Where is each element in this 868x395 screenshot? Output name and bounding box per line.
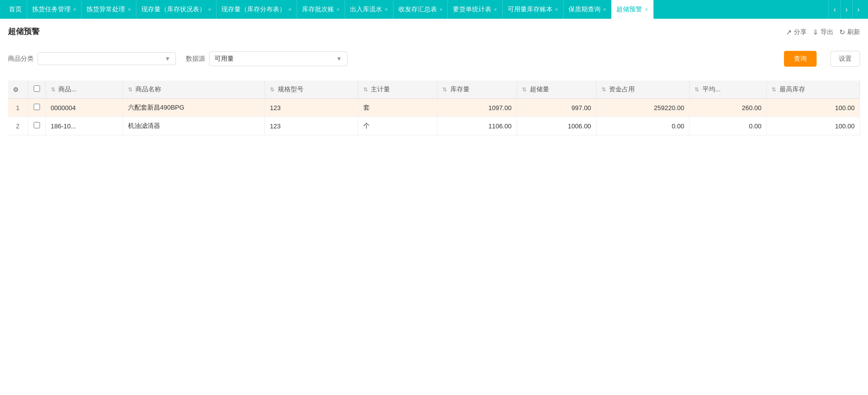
- close-icon[interactable]: ×: [494, 6, 497, 12]
- refresh-button[interactable]: ↻ 刷新: [839, 28, 860, 37]
- nav-requisition[interactable]: 要货单统计表 ×: [448, 0, 502, 19]
- spec: 123: [265, 117, 358, 135]
- product-name: 六配套新昌490BPG: [123, 99, 264, 117]
- nav-inout-flow[interactable]: 出入库流水 ×: [345, 0, 393, 19]
- datasource-label: 数据源: [186, 54, 205, 63]
- nav-shelf-life[interactable]: 保质期查询 ×: [564, 0, 611, 19]
- table-row: 2 186-10... 机油滤清器 123 个 1106.00 1006.00 …: [8, 117, 860, 135]
- product-name: 机油滤清器: [123, 117, 264, 135]
- product-code: 186-10...: [45, 117, 123, 135]
- datasource-filter: 数据源 可用量 ▼: [186, 51, 347, 66]
- unit: 个: [358, 117, 437, 135]
- share-icon: ↗: [786, 28, 792, 36]
- nav-stock-batch[interactable]: 库存批次账 ×: [297, 0, 345, 19]
- sort-icon: ⇅: [442, 86, 447, 92]
- gear-icon: ⚙: [13, 86, 19, 93]
- row-checkbox[interactable]: [34, 104, 40, 110]
- sort-icon: ⇅: [363, 86, 368, 92]
- table-row: 1 0000004 六配套新昌490BPG 123 套 1097.00 997.…: [8, 99, 860, 117]
- top-nav: 首页 拣货任务管理 × 拣货异常处理 × 现存量（库存状况表） × 现存量（库存…: [0, 0, 868, 19]
- datasource-select[interactable]: 可用量 ▼: [209, 51, 347, 66]
- settings-button[interactable]: 设置: [830, 51, 860, 67]
- nav-summary[interactable]: 收发存汇总表 ×: [393, 0, 448, 19]
- close-icon[interactable]: ×: [208, 6, 211, 12]
- max-stock: 100.00: [767, 117, 860, 135]
- col-max-stock[interactable]: ⇅ 最高库存: [767, 80, 860, 99]
- nav-menu-button[interactable]: ›: [852, 0, 864, 19]
- chevron-down-icon: ▼: [165, 55, 171, 62]
- stock-qty: 1097.00: [437, 99, 517, 117]
- nav-stock-status[interactable]: 现存量（库存状况表） ×: [136, 0, 217, 19]
- select-all-header[interactable]: [28, 80, 45, 99]
- max-stock: 100.00: [767, 99, 860, 117]
- overstock-qty: 997.00: [517, 99, 597, 117]
- category-select[interactable]: ▼: [38, 52, 176, 65]
- close-icon[interactable]: ×: [73, 6, 76, 12]
- sort-icon: ⇅: [602, 86, 606, 92]
- nav-arrows: ‹ › ›: [828, 0, 864, 19]
- filter-bar: 商品分类 ▼ 数据源 可用量 ▼ 查询 设置: [8, 45, 860, 73]
- close-icon[interactable]: ×: [603, 6, 606, 12]
- select-all-checkbox[interactable]: [34, 85, 40, 92]
- row-checkbox-cell[interactable]: [28, 117, 45, 135]
- row-number: 2: [8, 117, 28, 135]
- share-button[interactable]: ↗ 分享: [786, 28, 807, 37]
- row-checkbox-cell[interactable]: [28, 99, 45, 117]
- stock-qty: 1106.00: [437, 117, 517, 135]
- col-product-name[interactable]: ⇅ 商品名称: [123, 80, 264, 99]
- gear-column-header[interactable]: ⚙: [8, 80, 28, 99]
- nav-pick-task[interactable]: 拣货任务管理 ×: [27, 0, 82, 19]
- sort-icon: ⇅: [694, 86, 699, 92]
- page-title: 超储预警: [8, 27, 40, 37]
- close-icon[interactable]: ×: [385, 6, 388, 12]
- avg-price: 260.00: [690, 99, 767, 117]
- col-capital[interactable]: ⇅ 资金占用: [596, 80, 689, 99]
- sort-icon: ⇅: [128, 86, 132, 92]
- close-icon[interactable]: ×: [288, 6, 291, 12]
- unit: 套: [358, 99, 437, 117]
- close-icon[interactable]: ×: [555, 6, 558, 12]
- page-header: 超储预警 ↗ 分享 ⇓ 导出 ↻ 刷新: [8, 27, 860, 37]
- close-icon[interactable]: ×: [439, 6, 442, 12]
- col-stock[interactable]: ⇅ 库存量: [437, 80, 517, 99]
- row-number: 1: [8, 99, 28, 117]
- close-icon[interactable]: ×: [337, 6, 340, 12]
- row-checkbox[interactable]: [34, 122, 40, 128]
- col-avg[interactable]: ⇅ 平均...: [690, 80, 767, 99]
- product-code: 0000004: [45, 99, 123, 117]
- nav-overstock[interactable]: 超储预警 ×: [611, 0, 653, 19]
- spec: 123: [265, 99, 358, 117]
- data-table: ⚙ ⇅ 商品... ⇅ 商品名称 ⇅ 规格型号 ⇅: [8, 80, 860, 135]
- sort-icon: ⇅: [51, 86, 55, 92]
- nav-pick-exception[interactable]: 拣货异常处理 ×: [82, 0, 136, 19]
- overstock-qty: 1006.00: [517, 117, 597, 135]
- col-overstock[interactable]: ⇅ 超储量: [517, 80, 597, 99]
- avg-price: 0.00: [690, 117, 767, 135]
- col-product-code[interactable]: ⇅ 商品...: [45, 80, 123, 99]
- export-button[interactable]: ⇓ 导出: [813, 28, 833, 37]
- category-label: 商品分类: [8, 54, 34, 63]
- sort-icon: ⇅: [522, 86, 526, 92]
- export-icon: ⇓: [813, 28, 819, 36]
- chevron-down-icon: ▼: [336, 55, 342, 62]
- sort-icon: ⇅: [772, 86, 776, 92]
- nav-next-button[interactable]: ›: [840, 0, 852, 19]
- close-icon[interactable]: ×: [645, 6, 648, 12]
- category-filter: 商品分类 ▼: [8, 52, 176, 65]
- nav-prev-button[interactable]: ‹: [828, 0, 840, 19]
- query-button[interactable]: 查询: [784, 51, 817, 67]
- capital-usage: 259220.00: [596, 99, 689, 117]
- nav-home[interactable]: 首页: [4, 0, 27, 19]
- nav-available-stock[interactable]: 可用量库存账本 ×: [503, 0, 564, 19]
- sort-icon: ⇅: [270, 86, 274, 92]
- close-icon[interactable]: ×: [128, 6, 130, 12]
- nav-stock-dist[interactable]: 现存量（库存分布表） ×: [217, 0, 297, 19]
- header-actions: ↗ 分享 ⇓ 导出 ↻ 刷新: [786, 28, 860, 37]
- datasource-value: 可用量: [215, 54, 234, 63]
- capital-usage: 0.00: [596, 117, 689, 135]
- page-content: 超储预警 ↗ 分享 ⇓ 导出 ↻ 刷新 商品分类 ▼ 数据源: [0, 19, 868, 395]
- refresh-icon: ↻: [839, 28, 845, 36]
- col-spec[interactable]: ⇅ 规格型号: [265, 80, 358, 99]
- col-unit[interactable]: ⇅ 主计量: [358, 80, 437, 99]
